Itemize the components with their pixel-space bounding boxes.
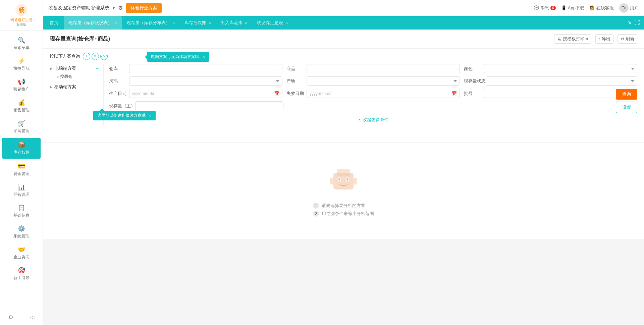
goods-label: 商品: [286, 66, 307, 72]
refresh-btn[interactable]: ↺ 刷新: [618, 34, 637, 44]
filter-warehouse: 仓库 ...: [109, 64, 282, 73]
stock-status-select[interactable]: [486, 76, 637, 86]
content-area: 现存量查询(按仓库+商品) 🖨 按模板打印 ▾ ↑ 导出 ↺ 刷新: [43, 30, 644, 325]
page-title: 现存量查询(按仓库+商品): [50, 36, 110, 43]
edit-scheme-btn[interactable]: ✎: [92, 53, 99, 60]
online-service-btn[interactable]: 💁 在线客服: [590, 5, 614, 11]
system-dropdown-btn[interactable]: ▾: [113, 6, 115, 10]
app-download-btn[interactable]: 📱 App下载: [561, 5, 584, 11]
edit-scheme-tooltip: 这里可以创建和修改方案哦 ✕: [93, 111, 156, 120]
svg-point-7: [346, 178, 348, 180]
tab-inout[interactable]: 出入库流水 ✕: [216, 16, 252, 30]
print-btn[interactable]: 🖨 按模板打印 ▾: [554, 34, 591, 44]
mobile-scheme-header[interactable]: ▶ 移动端方案: [50, 83, 99, 91]
scheme-tooltip-text: 电脑方案可设为移动方案哦: [151, 54, 199, 60]
page-header: 现存量查询(按仓库+商品) 🖨 按模板打印 ▾ ↑ 导出 ↺ 刷新: [43, 30, 644, 49]
sidebar-item-basic[interactable]: 📋 基础信息: [0, 201, 43, 222]
stock-max-input[interactable]: [167, 103, 187, 108]
tab-label: 现存量（库存状况表）: [68, 20, 112, 26]
color-select[interactable]: [484, 64, 637, 73]
search-btn[interactable]: 查询: [616, 89, 637, 100]
back-scheme-btn[interactable]: ◁◁: [100, 53, 108, 60]
empty-step-2: 2 用过滤条件来缩小分析范围: [313, 211, 374, 217]
sidebar-item-operations[interactable]: 📊 经营管理: [0, 180, 43, 201]
tab-close-icon[interactable]: ✕: [172, 21, 175, 25]
desktop-scheme-label: 电脑端方案: [54, 65, 76, 71]
sidebar-label: 库存核算: [13, 150, 30, 155]
calendar-icon-2[interactable]: 📅: [451, 91, 457, 96]
sidebar-item-nav[interactable]: ⚡ 快捷导航: [0, 54, 43, 75]
reset-btn[interactable]: 设置: [616, 102, 637, 113]
service-icon: 💁: [590, 5, 595, 10]
sidebar-item-search[interactable]: 🔍 搜索菜单: [0, 33, 43, 54]
sidebar-label: 采购管理: [13, 128, 30, 134]
sidebar-item-guide[interactable]: 🎯 新手引导: [0, 263, 43, 284]
expire-date-input[interactable]: yyyy-mm-dd: [310, 91, 451, 96]
filter-label: 按以下方案查询: [50, 53, 80, 59]
tab-close-icon[interactable]: ✕: [285, 21, 288, 25]
operations-icon: 📊: [18, 183, 25, 191]
search-buttons: 查询 设置: [616, 89, 637, 113]
batch-input[interactable]: [484, 89, 637, 98]
print-dropdown-icon: ▾: [586, 37, 588, 42]
collapse-filter-btn[interactable]: ∧ 收起更多条件: [109, 114, 637, 125]
scheme-sub-item[interactable]: ○ 按调仓: [50, 73, 99, 80]
industry-btn[interactable]: 体验行业方案: [126, 3, 162, 13]
sidebar-item-finance[interactable]: 💳 资金管理: [0, 159, 43, 180]
tab-maximize-icon[interactable]: ⛶: [635, 20, 640, 26]
user-area[interactable]: Ea 用户: [619, 3, 639, 13]
message-label: 消息: [540, 5, 549, 11]
user-avatar: Ea: [619, 3, 629, 13]
svg-text:畅: 畅: [18, 7, 24, 13]
sidebar-label: 快捷导航: [13, 66, 30, 71]
sidebar-item-marketing[interactable]: 📢 营销推广: [0, 75, 43, 96]
origin-select[interactable]: [307, 76, 460, 86]
sidebar-item-sales[interactable]: 💰 销售管理: [0, 96, 43, 116]
sidebar-item-purchase[interactable]: 🛒 采购管理: [0, 116, 43, 137]
message-btn[interactable]: 💬 消息 6: [534, 5, 556, 11]
finance-icon: 💳: [18, 163, 25, 170]
tab-summary[interactable]: 收发存汇总表 ✕: [252, 16, 293, 30]
export-btn[interactable]: ↑ 导出: [595, 34, 614, 44]
phone-icon: 📱: [561, 5, 567, 10]
filter-row-1: 仓库 ... 商品 ...: [109, 64, 637, 73]
tab-close-all-icon[interactable]: ✕: [628, 20, 632, 26]
guide-icon: 🎯: [18, 267, 25, 274]
tab-home[interactable]: 首页: [44, 16, 64, 30]
tab-inventory-dist[interactable]: 现存量（库存分布表） ✕: [122, 16, 180, 30]
tab-close-icon[interactable]: ✕: [208, 21, 211, 25]
message-icon: 💬: [534, 5, 539, 10]
settings-footer-btn[interactable]: ⚙: [7, 313, 14, 322]
online-service-label: 在线客服: [596, 5, 614, 11]
calendar-icon[interactable]: 📅: [274, 91, 279, 96]
tab-inventory-status[interactable]: 现存量（库存状况表） ✕: [64, 16, 122, 30]
collapse-sidebar-btn[interactable]: ◁: [29, 313, 36, 322]
desktop-scheme-header[interactable]: ▶ 电脑端方案 ···: [50, 64, 99, 73]
sidebar-item-system[interactable]: ⚙️ 系统管理: [0, 222, 43, 242]
batch-label: 批号: [464, 91, 484, 97]
scheme-tooltip-close[interactable]: ✕: [202, 55, 205, 59]
svg-rect-9: [354, 178, 357, 184]
tab-batch[interactable]: 库存批次账 ✕: [180, 16, 216, 30]
dots-icon[interactable]: ···: [96, 66, 99, 71]
page-actions: 🖨 按模板打印 ▾ ↑ 导出 ↺ 刷新: [554, 34, 638, 44]
stock-min-input[interactable]: [138, 103, 158, 108]
tab-close-icon[interactable]: ✕: [245, 21, 248, 25]
sidebar-item-inventory[interactable]: 📦 库存核算: [2, 138, 41, 159]
prod-date-input[interactable]: yyyy-mm-dd: [132, 91, 274, 96]
sales-icon: 💰: [18, 99, 25, 106]
add-scheme-btn[interactable]: +: [83, 53, 90, 60]
tab-close-icon[interactable]: ✕: [114, 21, 117, 25]
header-right: 💬 消息 6 📱 App下载 💁 在线客服 Ea 用户: [534, 3, 639, 13]
stock-main-label: 现存量（主）: [109, 103, 135, 109]
filter-stock-status: 现存量状态: [464, 76, 637, 86]
top-header: 装备及固定资产辅助管理系统 ▾ ⚙ 体验行业方案 💬 消息 6 📱 App下载 …: [43, 0, 644, 16]
header-settings-icon[interactable]: ⚙: [118, 5, 123, 11]
goods-dots[interactable]: ...: [453, 66, 457, 71]
warehouse-dots[interactable]: ...: [276, 66, 279, 71]
page-container: 现存量查询(按仓库+商品) 🖨 按模板打印 ▾ ↑ 导出 ↺ 刷新: [43, 30, 644, 239]
edit-tooltip-close[interactable]: ✕: [148, 113, 152, 118]
sidebar-item-enterprise[interactable]: 🤝 企业协同: [0, 242, 43, 263]
print-icon: 🖨: [557, 37, 561, 42]
size-select[interactable]: [129, 76, 282, 86]
